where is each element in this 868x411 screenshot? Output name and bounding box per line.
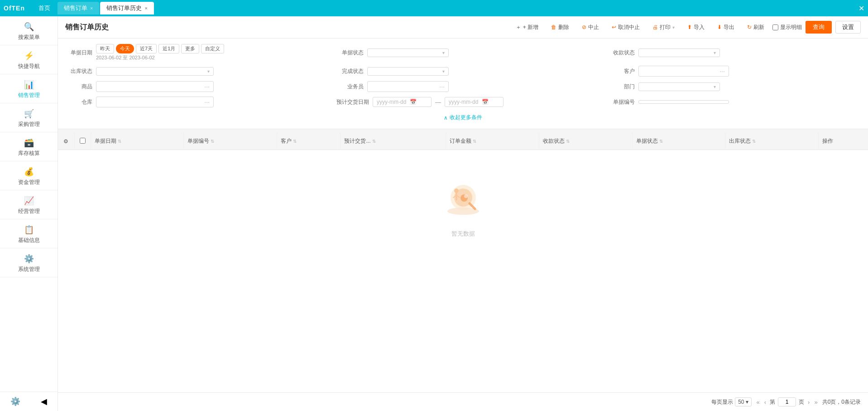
tab-sales-order-history-close[interactable]: ×	[144, 5, 147, 11]
sidebar-item-basic-info-label: 基础信息	[18, 237, 40, 244]
salesperson-label: 业务员	[336, 83, 364, 91]
last-page-button[interactable]: »	[813, 399, 818, 406]
sidebar-item-search-menu[interactable]: 🔍 搜索菜单	[0, 16, 58, 45]
settings-button[interactable]: 设置	[835, 21, 861, 34]
sidebar-item-inventory-calc[interactable]: 🗃️ 库存核算	[0, 132, 58, 161]
department-label: 部门	[608, 83, 635, 91]
pagination-bar: 每页显示 50 ▾ « ‹ 第 页 › » 共0页，0条记录	[58, 392, 868, 411]
calendar-to-icon[interactable]: 📅	[482, 99, 489, 105]
page-number-input[interactable]	[778, 397, 796, 406]
quick-nav-icon: ⚡	[24, 51, 34, 61]
sidebar-item-search-menu-label: 搜索菜单	[18, 34, 40, 41]
th-checkbox[interactable]	[74, 133, 91, 150]
next-page-button[interactable]: ›	[807, 399, 810, 406]
sidebar-collapse-icon[interactable]: ◀	[41, 396, 47, 406]
date-btn-yesterday[interactable]: 昨天	[96, 44, 114, 53]
th-date[interactable]: 单据日期 ⇅	[91, 133, 184, 150]
print-icon: 🖨	[652, 24, 658, 30]
complete-status-label: 完成状态	[336, 68, 364, 75]
display-detail-checkbox[interactable]	[772, 24, 778, 30]
tab-home[interactable]: 首页	[32, 2, 57, 15]
tab-sales-order[interactable]: 销售订单 ×	[58, 2, 99, 15]
brand-text: OfTEn	[4, 5, 25, 12]
tab-home-label: 首页	[38, 4, 50, 12]
bill-number-input[interactable]	[638, 100, 729, 104]
th-out-status[interactable]: 出库状态 ⇅	[725, 133, 819, 150]
delivery-date-to-text: yyyy-mm-dd	[449, 99, 478, 105]
tab-sales-order-close[interactable]: ×	[90, 5, 93, 11]
date-btn-1month[interactable]: 近1月	[158, 44, 179, 53]
cancel-stop-icon: ↩	[612, 24, 616, 30]
delivery-date-to-input[interactable]: yyyy-mm-dd 📅	[445, 97, 504, 107]
delivery-date-from-input[interactable]: yyyy-mm-dd 📅	[373, 97, 432, 107]
content: 销售订单历史 ＋ + 新增 🗑 删除 ⊘ 中止 ↩ 取消中止	[58, 16, 868, 411]
th-payment-status[interactable]: 收款状态 ⇅	[539, 133, 632, 150]
out-status-select[interactable]: ▾	[96, 67, 214, 76]
th-customer[interactable]: 客户 ⇅	[277, 133, 340, 150]
export-button[interactable]: ⬇ 导出	[713, 22, 739, 33]
search-button[interactable]: 查询	[806, 21, 832, 34]
customer-input[interactable]: ···	[638, 66, 729, 77]
data-table: ⚙ 单据日期 ⇅	[58, 133, 868, 150]
th-operation-label: 操作	[822, 138, 833, 144]
page-suffix: 页	[799, 398, 804, 406]
filter-department-item: 部门 ▾	[608, 82, 861, 91]
first-page-button[interactable]: «	[755, 399, 760, 406]
th-amount[interactable]: 订单金额 ⇅	[446, 133, 539, 150]
collapse-label: 收起更多条件	[450, 114, 482, 121]
calendar-from-icon[interactable]: 📅	[410, 99, 417, 105]
sidebar-item-sales-mgmt-label: 销售管理	[18, 92, 40, 99]
window-close-icon[interactable]: ✕	[858, 4, 864, 13]
import-button[interactable]: ⬆ 导入	[683, 22, 709, 33]
complete-status-select[interactable]: ▾	[367, 67, 449, 76]
cancel-stop-button[interactable]: ↩ 取消中止	[607, 22, 644, 33]
date-btn-7days[interactable]: 近7天	[136, 44, 157, 53]
th-settings[interactable]: ⚙	[58, 133, 74, 150]
sidebar-item-capital-mgmt[interactable]: 💰 资金管理	[0, 161, 58, 190]
th-bill-status[interactable]: 单据状态 ⇅	[632, 133, 725, 150]
date-btn-more[interactable]: 更多	[181, 44, 199, 53]
department-select[interactable]: ▾	[638, 82, 720, 91]
settings-icon[interactable]: ⚙	[63, 138, 68, 145]
collapse-bar[interactable]: ∧ 收起更多条件	[65, 112, 861, 123]
delete-button[interactable]: 🗑 删除	[547, 22, 574, 33]
bill-status-select[interactable]: ▾	[367, 48, 449, 57]
page-size-dropdown[interactable]: 50 ▾	[735, 397, 752, 406]
tab-sales-order-history[interactable]: 销售订单历史 ×	[100, 2, 153, 15]
new-button[interactable]: ＋ + 新增	[511, 22, 543, 33]
filter-product-item: 商品 ···	[65, 81, 318, 92]
table-area: ⚙ 单据日期 ⇅	[58, 133, 868, 392]
product-input[interactable]: ···	[96, 81, 214, 92]
th-customer-label: 客户	[281, 137, 292, 145]
refresh-button[interactable]: ↻ 刷新	[743, 22, 769, 33]
sidebar-settings-icon[interactable]: ⚙️	[10, 396, 20, 406]
sidebar-item-basic-info[interactable]: 📋 基础信息	[0, 219, 58, 248]
sidebar-item-purchase-mgmt[interactable]: 🛒 采购管理	[0, 103, 58, 132]
prev-page-button[interactable]: ‹	[763, 399, 767, 406]
display-detail-checkbox-label[interactable]: 显示明细	[772, 24, 802, 31]
th-payment-status-sort-icon: ⇅	[566, 139, 570, 144]
stop-button[interactable]: ⊘ 中止	[577, 22, 604, 33]
filter-area: 单据日期 昨天 今天 近7天 近1月 更多 自定义 2023-06-02	[58, 39, 868, 129]
sidebar-item-operation-mgmt[interactable]: 📈 经营管理	[0, 190, 58, 219]
sales-mgmt-icon: 📊	[24, 80, 34, 90]
th-delivery-sort-icon: ⇅	[372, 139, 376, 144]
salesperson-input[interactable]: ···	[367, 81, 449, 92]
out-status-label: 出库状态	[65, 68, 92, 75]
empty-state: 暂无数据	[58, 150, 868, 256]
date-btn-today[interactable]: 今天	[116, 44, 134, 53]
payment-status-select[interactable]: ▾	[638, 48, 720, 57]
sidebar-item-sales-mgmt[interactable]: 📊 销售管理	[0, 74, 58, 103]
date-btn-custom[interactable]: 自定义	[201, 44, 224, 53]
sidebar-item-capital-mgmt-label: 资金管理	[18, 179, 40, 186]
th-delivery[interactable]: 预计交货... ⇅	[340, 133, 446, 150]
warehouse-input[interactable]: ···	[96, 97, 214, 107]
delivery-date-range: yyyy-mm-dd 📅 — yyyy-mm-dd 📅	[373, 97, 504, 107]
th-number[interactable]: 单据编号 ⇅	[184, 133, 277, 150]
select-all-checkbox[interactable]	[80, 138, 86, 144]
print-button[interactable]: 🖨 打印 ▾	[648, 22, 679, 33]
print-arrow-icon: ▾	[672, 25, 675, 30]
product-dots: ···	[204, 83, 210, 90]
sidebar-item-system-mgmt[interactable]: ⚙️ 系统管理	[0, 248, 58, 277]
sidebar-item-quick-nav[interactable]: ⚡ 快捷导航	[0, 45, 58, 74]
